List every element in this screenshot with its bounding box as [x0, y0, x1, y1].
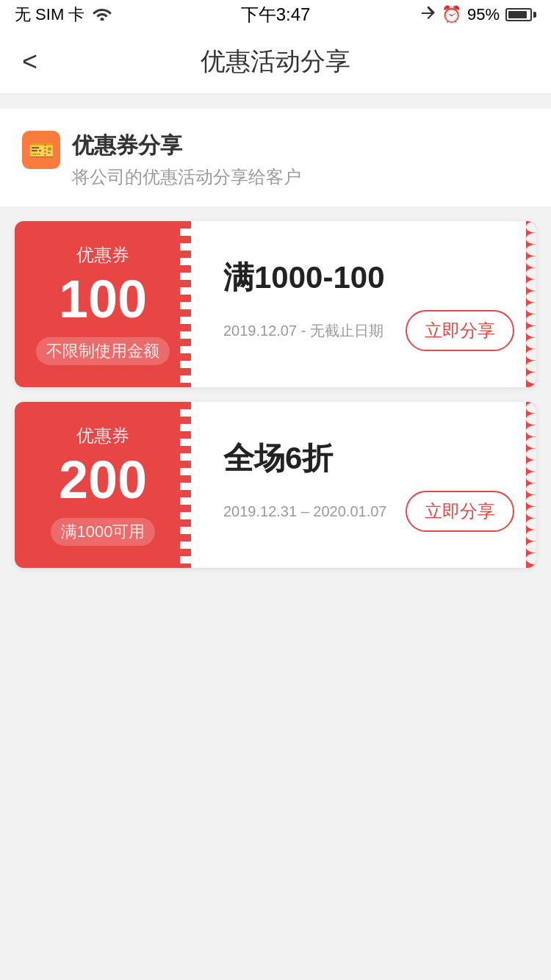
location-icon	[421, 5, 436, 24]
page-title: 优惠活动分享	[201, 45, 350, 79]
coupon-icon: 🎫	[29, 138, 54, 162]
battery-percent: 95%	[467, 5, 500, 24]
status-time: 下午3:47	[241, 3, 311, 26]
share-button-1[interactable]: 立即分享	[406, 310, 514, 351]
wifi-icon	[92, 4, 112, 25]
coupon-list: 优惠券 100 不限制使用金额	[0, 206, 551, 583]
battery-icon	[505, 8, 536, 21]
section-header: 🎫 优惠券分享 将公司的优惠活动分享给客户	[0, 109, 551, 206]
back-button[interactable]: <	[22, 48, 37, 75]
scallop-separator-1	[526, 221, 536, 387]
coupon-right-1: 满1000-100 2019.12.07 - 无截止日期 立即分享	[191, 221, 536, 387]
coupon-date-1: 2019.12.07 - 无截止日期	[223, 321, 394, 341]
status-bar: 无 SIM 卡 下午3:47 ⏰ 95%	[0, 0, 551, 29]
coupon-right-2: 全场6折 2019.12.31 – 2020.01.07 立即分享	[191, 402, 536, 568]
coupon-card-1: 优惠券 100 不限制使用金额	[15, 221, 536, 387]
section-subtitle: 将公司的优惠活动分享给客户	[72, 165, 301, 189]
coupon-title-2: 全场6折	[223, 438, 514, 479]
coupon-amount-2: 200	[59, 453, 147, 506]
coupon-label-1: 优惠券	[76, 243, 129, 267]
share-button-2[interactable]: 立即分享	[406, 491, 514, 532]
section-text: 优惠券分享 将公司的优惠活动分享给客户	[72, 131, 301, 189]
coupon-condition-2: 满1000可用	[51, 518, 156, 546]
empty-space	[0, 583, 551, 950]
coupon-meta-1: 2019.12.07 - 无截止日期 立即分享	[223, 310, 514, 351]
coupon-condition-1: 不限制使用金额	[36, 337, 170, 365]
coupon-meta-2: 2019.12.31 – 2020.01.07 立即分享	[223, 491, 514, 532]
coupon-amount-1: 100	[59, 273, 147, 325]
nav-bar: < 优惠活动分享	[0, 29, 551, 94]
section-title: 优惠券分享	[72, 131, 301, 161]
coupon-title-1: 满1000-100	[223, 257, 514, 298]
coupon-date-2: 2019.12.31 – 2020.01.07	[223, 503, 394, 520]
alarm-icon: ⏰	[442, 5, 461, 24]
carrier-text: 无 SIM 卡	[15, 4, 84, 26]
status-left: 无 SIM 卡	[15, 4, 112, 26]
scallop-separator-2	[526, 402, 536, 568]
coupon-label-2: 优惠券	[76, 424, 129, 447]
coupon-left-2: 优惠券 200 满1000可用	[15, 402, 191, 568]
coupon-card-2: 优惠券 200 满1000可用	[15, 402, 536, 568]
status-right: ⏰ 95%	[421, 5, 536, 24]
coupon-left-1: 优惠券 100 不限制使用金额	[15, 221, 191, 387]
section-icon: 🎫	[22, 131, 60, 169]
